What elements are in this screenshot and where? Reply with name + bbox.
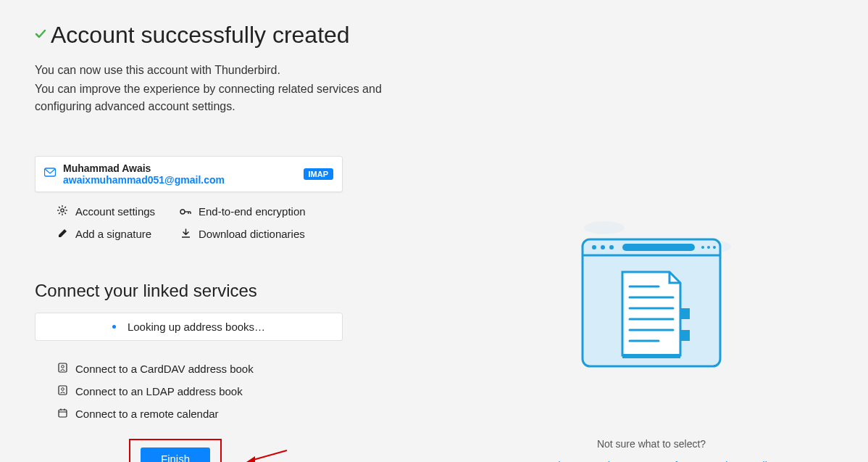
svg-point-29 bbox=[592, 245, 596, 249]
svg-rect-19 bbox=[59, 410, 67, 417]
calendar-label: Connect to a remote calendar bbox=[75, 408, 219, 420]
svg-point-10 bbox=[180, 210, 185, 214]
linked-services-heading: Connect your linked services bbox=[35, 281, 441, 301]
account-email: awaixmuhammad051@gmail.com bbox=[63, 174, 225, 186]
svg-point-1 bbox=[61, 209, 64, 212]
ldap-link[interactable]: Connect to an LDAP address book bbox=[57, 385, 441, 397]
lookup-text: Looking up address books… bbox=[128, 321, 265, 333]
svg-rect-42 bbox=[622, 354, 680, 358]
encryption-link[interactable]: End-to-end encryption bbox=[180, 205, 325, 218]
intro-line-2: You can improve the experience by connec… bbox=[35, 81, 441, 115]
help-prompt: Not sure what to select? bbox=[597, 438, 706, 450]
carddav-link[interactable]: Connect to a CardDAV address book bbox=[57, 363, 441, 375]
left-column: Account successfully created You can now… bbox=[35, 22, 441, 462]
ldap-label: Connect to an LDAP address book bbox=[75, 385, 243, 397]
annotation-arrow-icon bbox=[245, 447, 288, 462]
svg-line-6 bbox=[59, 207, 60, 208]
mail-icon bbox=[44, 168, 56, 181]
quick-links: Account settings End-to-end encryption A… bbox=[57, 205, 441, 240]
svg-point-33 bbox=[701, 246, 704, 249]
main-container: Account successfully created You can now… bbox=[0, 0, 868, 462]
account-settings-link[interactable]: Account settings bbox=[57, 205, 180, 218]
svg-marker-24 bbox=[246, 456, 255, 462]
finish-wrap: Finish bbox=[129, 439, 288, 462]
svg-line-7 bbox=[64, 213, 66, 214]
signature-label: Add a signature bbox=[75, 228, 151, 240]
header-row: Account successfully created bbox=[35, 22, 441, 49]
dictionaries-label: Download dictionaries bbox=[199, 228, 305, 240]
page-title: Account successfully created bbox=[51, 22, 350, 49]
account-name: Muhammad Awais bbox=[63, 162, 225, 174]
svg-line-23 bbox=[251, 450, 287, 461]
account-card: Muhammad Awais awaixmuhammad051@gmail.co… bbox=[35, 156, 343, 192]
svg-point-35 bbox=[713, 246, 716, 249]
pencil-icon bbox=[57, 228, 68, 240]
account-settings-label: Account settings bbox=[75, 205, 155, 218]
key-icon bbox=[180, 206, 191, 218]
signature-link[interactable]: Add a signature bbox=[57, 228, 180, 240]
intro-text: You can now use this account with Thunde… bbox=[35, 62, 441, 115]
carddav-label: Connect to a CardDAV address book bbox=[75, 363, 254, 375]
addressbook-icon bbox=[57, 363, 68, 375]
dictionaries-link[interactable]: Download dictionaries bbox=[180, 228, 325, 240]
intro-line-1: You can now use this account with Thunde… bbox=[35, 62, 441, 79]
svg-point-30 bbox=[601, 245, 605, 249]
loading-dot-icon bbox=[112, 325, 116, 329]
svg-point-18 bbox=[61, 388, 64, 391]
addressbook-icon bbox=[57, 385, 68, 397]
calendar-link[interactable]: Connect to a remote calendar bbox=[57, 408, 441, 420]
finish-button[interactable]: Finish bbox=[141, 447, 210, 462]
download-icon bbox=[180, 228, 191, 240]
checkmark-icon bbox=[35, 27, 46, 44]
annotation-highlight-box: Finish bbox=[129, 439, 222, 462]
svg-point-16 bbox=[61, 366, 64, 368]
calendar-icon bbox=[57, 408, 68, 420]
svg-point-34 bbox=[707, 246, 710, 249]
svg-line-9 bbox=[59, 213, 60, 214]
account-info: Muhammad Awais awaixmuhammad051@gmail.co… bbox=[44, 162, 225, 186]
account-text: Muhammad Awais awaixmuhammad051@gmail.co… bbox=[63, 162, 225, 186]
encryption-label: End-to-end encryption bbox=[199, 205, 306, 218]
illustration-icon bbox=[561, 210, 742, 380]
protocol-badge: IMAP bbox=[304, 168, 334, 180]
lookup-status: Looking up address books… bbox=[35, 313, 343, 341]
svg-point-25 bbox=[584, 221, 625, 234]
gear-icon bbox=[57, 205, 68, 218]
svg-line-8 bbox=[64, 207, 66, 208]
right-column: Not sure what to select? Setup documenta… bbox=[470, 22, 833, 462]
connect-list: Connect to a CardDAV address book Connec… bbox=[57, 363, 441, 420]
svg-point-31 bbox=[609, 245, 614, 249]
svg-rect-32 bbox=[622, 244, 695, 251]
